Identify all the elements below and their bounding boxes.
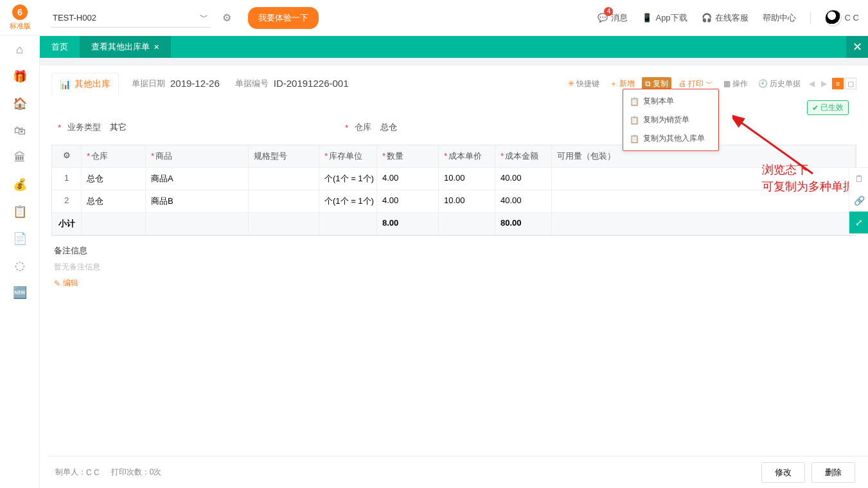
next-icon[interactable]: ▶ (820, 79, 828, 88)
copy-icon: 📋 (630, 97, 639, 106)
app-label: App下载 (655, 12, 687, 24)
close-all-tabs[interactable]: ✕ (846, 36, 868, 58)
note-icon[interactable]: 🗒 (849, 168, 868, 190)
chart-icon: 📊 (60, 79, 71, 89)
gear-col[interactable]: ⚙ (52, 145, 82, 168)
copy-as-inbound[interactable]: 📋复制为其他入库单 (623, 129, 718, 148)
help-link[interactable]: 帮助中心 (763, 12, 796, 24)
printcnt-value: 0次 (150, 467, 162, 478)
bag-icon[interactable]: 🛍 (13, 123, 27, 138)
shortcut-action[interactable]: ✳快捷键 (565, 77, 603, 91)
tab-home[interactable]: 首页 (40, 36, 80, 58)
col-spec: 规格型号 (249, 145, 319, 168)
biz-type-field: * 业务类型 其它 (58, 122, 127, 133)
document-title: 其他出库 (75, 78, 111, 90)
print-icon: 🖨 (678, 79, 686, 88)
required-mark: * (58, 123, 61, 132)
view-list[interactable]: ≡ (832, 78, 844, 89)
expand-icon[interactable]: ⤢ (849, 212, 868, 233)
totals-label: 小计 (52, 213, 82, 235)
ops-action[interactable]: ▦操作 (720, 77, 751, 91)
items-grid: ⚙ *仓库 *商品 规格型号 *库存单位 *数量 *成本单价 *成本金额 可用量… (51, 145, 856, 236)
ops-label: 操作 (732, 78, 748, 89)
cell-qty: 4.00 (377, 190, 439, 213)
gift-icon[interactable]: 🎁 (13, 69, 27, 84)
biz-value: 其它 (110, 122, 127, 133)
copy-as-sale[interactable]: 📋复制为销货单 (623, 111, 718, 129)
msg-badge: 4 (604, 7, 613, 16)
document-tab[interactable]: 📊 其他出库 (51, 73, 119, 95)
messages-link[interactable]: 💬 4 消息 (598, 12, 628, 24)
cell-price: 10.00 (439, 190, 495, 213)
col-unit: *库存单位 (319, 145, 377, 168)
remarks-section: 备注信息 暂无备注信息 ✎编辑 (40, 236, 868, 298)
money-icon[interactable]: 💰 (13, 177, 27, 192)
totals-row: 小计 8.00 80.00 (52, 213, 856, 235)
check-icon: ✔ (812, 104, 819, 113)
topbar: 6 标准版 TEST-H002 ﹀ ⚙ 我要体验一下 💬 4 消息 📱 App下… (0, 0, 868, 36)
customer-service-link[interactable]: 🎧 在线客服 (702, 12, 748, 24)
org-select[interactable]: TEST-H002 ﹀ (50, 8, 211, 28)
no-label: 单据编号 (235, 78, 269, 89)
doc-meta-date: 单据日期 2019-12-26 (132, 78, 220, 89)
printcnt-label: 打印次数： (111, 467, 150, 478)
tab-current[interactable]: 查看其他出库单 ✕ (80, 36, 171, 58)
home-icon[interactable]: ⌂ (13, 42, 27, 57)
table-row[interactable]: 1 总仓 商品A 个(1个 = 1个) 4.00 10.00 40.00 (52, 168, 856, 190)
refresh-icon[interactable]: ◌ (13, 258, 27, 273)
delete-button[interactable]: 删除 (811, 462, 855, 483)
dd-a-label: 复制本单 (643, 96, 674, 107)
row-idx: 1 (52, 168, 82, 190)
col-wh: *仓库 (82, 145, 146, 168)
gear-icon[interactable]: ⚙ (222, 12, 231, 24)
edit-remarks-link[interactable]: ✎编辑 (54, 278, 854, 289)
org-name: TEST-H002 (53, 13, 96, 23)
doc-icon[interactable]: 📄 (13, 231, 27, 246)
history-action[interactable]: 🕘历史单据 (755, 77, 804, 91)
cell-qty: 4.00 (377, 168, 439, 190)
no-value: ID-20191226-001 (274, 78, 349, 89)
cell-spec (249, 168, 319, 190)
workarea: 📊 其他出库 单据日期 2019-12-26 单据编号 ID-20191226-… (40, 58, 868, 488)
edit-icon: ✎ (54, 279, 60, 288)
view-card[interactable]: ▢ (845, 78, 856, 89)
divider (810, 12, 811, 24)
user-menu[interactable]: C C (825, 10, 859, 26)
totals-amount: 80.00 (495, 213, 552, 235)
grid-icon: ▦ (723, 79, 731, 88)
headset-icon: 🎧 (702, 13, 712, 23)
cell-prod: 商品B (146, 190, 249, 213)
modify-button[interactable]: 修改 (761, 462, 805, 483)
app-download-link[interactable]: 📱 App下载 (642, 12, 687, 24)
logo-mark: 6 (12, 5, 28, 20)
cs-label: 在线客服 (715, 12, 748, 24)
top-links: 💬 4 消息 📱 App下载 🎧 在线客服 帮助中心 C C (598, 10, 859, 26)
clipboard-icon[interactable]: 📋 (13, 204, 27, 219)
shop-icon[interactable]: 🏠 (13, 96, 27, 111)
document-header: 📊 其他出库 单据日期 2019-12-26 单据编号 ID-20191226-… (40, 66, 868, 95)
tab-close-icon[interactable]: ✕ (154, 43, 159, 51)
try-button[interactable]: 我要体验一下 (248, 7, 319, 29)
warehouse-field: * 仓库 总仓 (345, 122, 397, 133)
cell-price: 10.00 (439, 168, 495, 190)
help-label: 帮助中心 (763, 12, 796, 24)
warehouse-icon[interactable]: 🏛 (13, 150, 27, 165)
status-row: ✔已生效 (40, 95, 868, 119)
copy-icon: ⧉ (645, 79, 651, 88)
wh-value: 总仓 (380, 122, 397, 133)
copy-this-doc[interactable]: 📋复制本单 (623, 92, 718, 111)
new-icon[interactable]: 🆕 (13, 285, 27, 300)
status-text: 已生效 (820, 102, 844, 113)
cell-wh: 总仓 (82, 168, 146, 190)
totals-qty: 8.00 (377, 213, 439, 235)
date-value: 2019-12-26 (170, 78, 220, 89)
tab-current-label: 查看其他出库单 (91, 41, 150, 53)
status-badge: ✔已生效 (807, 100, 849, 115)
table-row[interactable]: 2 总仓 商品B 个(1个 = 1个) 4.00 10.00 40.00 (52, 190, 856, 213)
view-toggles: ≡ ▢ (832, 78, 856, 89)
cell-unit: 个(1个 = 1个) (319, 168, 377, 190)
link-icon[interactable]: 🔗 (849, 190, 868, 212)
cell-prod: 商品A (146, 168, 249, 190)
prev-icon[interactable]: ◀ (808, 79, 816, 88)
tab-home-label: 首页 (51, 41, 68, 53)
